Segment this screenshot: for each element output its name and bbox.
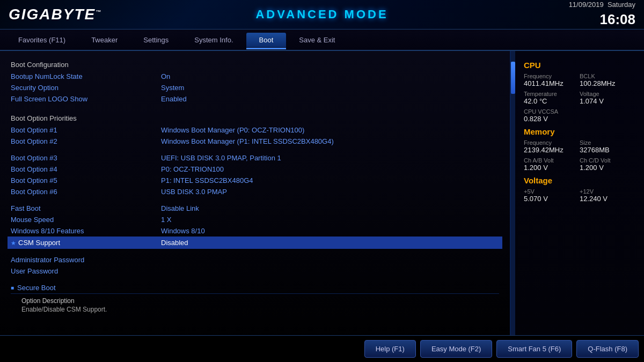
boot-option-3-row[interactable]: Boot Option #3 UEFI: USB DISK 3.0 PMAP, … bbox=[11, 152, 499, 164]
boot-option-4-label: Boot Option #4 bbox=[11, 165, 161, 173]
option-description-area: Option Description Enable/Disable CSM Su… bbox=[11, 293, 499, 316]
windows-features-row[interactable]: Windows 8/10 Features Windows 8/10 bbox=[11, 225, 499, 237]
fast-boot-value: Disable Link bbox=[161, 204, 499, 212]
user-password-row[interactable]: User Password bbox=[11, 265, 499, 277]
star-icon: ★ bbox=[11, 240, 16, 246]
boot-option-1-value: Windows Boot Manager (P0: OCZ-TRION100) bbox=[161, 126, 499, 134]
mem-row-1: Ch A/B Volt 1.200 V Ch C/D Volt 1.200 V bbox=[524, 157, 635, 172]
csm-support-row[interactable]: ★CSM Support Disabled bbox=[8, 237, 502, 249]
mem-chab-item: Ch A/B Volt 1.200 V bbox=[524, 157, 580, 172]
security-option-label: Security Option bbox=[11, 84, 161, 92]
boot-priorities-title: Boot Option Priorities bbox=[11, 114, 499, 122]
tab-sysinfo[interactable]: System Info. bbox=[181, 33, 246, 47]
mem-size-value: 32768MB bbox=[580, 146, 635, 154]
secure-boot-icon: ■ bbox=[11, 285, 14, 291]
boot-option-1-row[interactable]: Boot Option #1 Windows Boot Manager (P0:… bbox=[11, 124, 499, 136]
smart-fan-button[interactable]: Smart Fan 5 (F6) bbox=[496, 340, 572, 358]
fast-boot-label: Fast Boot bbox=[11, 204, 161, 212]
cpu-vccsa-value: 0.828 V bbox=[524, 115, 635, 123]
boot-option-3-label: Boot Option #3 bbox=[11, 154, 161, 162]
cpu-freq-item: Frequency 4011.41MHz bbox=[524, 73, 580, 87]
boot-option-5-label: Boot Option #5 bbox=[11, 176, 161, 184]
cpu-bclk-label: BCLK bbox=[580, 73, 635, 79]
full-screen-logo-value: Enabled bbox=[161, 95, 499, 103]
cpu-freq-label: Frequency bbox=[524, 73, 580, 79]
mouse-speed-label: Mouse Speed bbox=[11, 216, 161, 224]
mem-chcd-item: Ch C/D Volt 1.200 V bbox=[580, 157, 635, 172]
main-content: Boot Configuration Bootup NumLock State … bbox=[0, 51, 644, 335]
boot-option-6-value: USB DISK 3.0 PMAP bbox=[161, 188, 499, 196]
tab-saveexit[interactable]: Save & Exit bbox=[286, 33, 348, 47]
cpu-bclk-value: 100.28MHz bbox=[580, 79, 635, 87]
boot-option-4-value: P0: OCZ-TRION100 bbox=[161, 165, 499, 173]
cpu-temp-value: 42.0 °C bbox=[524, 97, 580, 105]
security-option-value: System bbox=[161, 84, 499, 92]
mem-chab-label: Ch A/B Volt bbox=[524, 157, 580, 164]
top-banner: GIGABYTE™ ADVANCED MODE 11/09/2019 Satur… bbox=[0, 0, 644, 29]
volt-5v-label: +5V bbox=[524, 188, 580, 195]
tab-favorites[interactable]: Favorites (F11) bbox=[5, 33, 78, 47]
cpu-temp-item: Temperature 42.0 °C bbox=[524, 91, 580, 105]
volt-12v-value: 12.240 V bbox=[580, 195, 635, 203]
admin-password-row[interactable]: Administrator Password bbox=[11, 254, 499, 265]
mem-chcd-label: Ch C/D Volt bbox=[580, 157, 635, 164]
date-line: 11/09/2019 Saturday bbox=[569, 0, 635, 10]
mem-chab-value: 1.200 V bbox=[524, 164, 580, 172]
boot-option-1-label: Boot Option #1 bbox=[11, 126, 161, 134]
secure-boot-label: Secure Boot bbox=[17, 284, 56, 292]
easy-mode-button[interactable]: Easy Mode (F2) bbox=[420, 340, 492, 358]
mem-freq-value: 2139.42MHz bbox=[524, 146, 580, 154]
cpu-row-2: CPU VCCSA 0.828 V bbox=[524, 108, 635, 123]
scrollbar[interactable] bbox=[511, 51, 515, 335]
full-screen-logo-label: Full Screen LOGO Show bbox=[11, 95, 161, 103]
cpu-volt-item: Voltage 1.074 V bbox=[580, 91, 635, 105]
windows-features-label: Windows 8/10 Features bbox=[11, 227, 161, 235]
mem-size-label: Size bbox=[580, 139, 635, 146]
cpu-vccsa-item: CPU VCCSA 0.828 V bbox=[524, 108, 635, 123]
boot-option-4-row[interactable]: Boot Option #4 P0: OCZ-TRION100 bbox=[11, 164, 499, 175]
bootup-numlock-label: Bootup NumLock State bbox=[11, 72, 161, 80]
volt-row-0: +5V 5.070 V +12V 12.240 V bbox=[524, 188, 635, 203]
right-panel: CPU Frequency 4011.41MHz BCLK 100.28MHz … bbox=[515, 51, 644, 335]
mem-size-item: Size 32768MB bbox=[580, 139, 635, 154]
boot-option-2-row[interactable]: Boot Option #2 Windows Boot Manager (P1:… bbox=[11, 136, 499, 147]
mouse-speed-value: 1 X bbox=[161, 216, 499, 224]
boot-config-title: Boot Configuration bbox=[11, 61, 499, 69]
logo: GIGABYTE™ bbox=[9, 6, 102, 23]
csm-support-value: Disabled bbox=[161, 239, 499, 247]
windows-features-value: Windows 8/10 bbox=[161, 227, 499, 235]
full-screen-logo-row[interactable]: Full Screen LOGO Show Enabled bbox=[11, 93, 499, 105]
bootup-numlock-row[interactable]: Bootup NumLock State On bbox=[11, 71, 499, 82]
tab-boot[interactable]: Boot bbox=[246, 33, 287, 47]
boot-option-6-row[interactable]: Boot Option #6 USB DISK 3.0 PMAP bbox=[11, 186, 499, 197]
fast-boot-row[interactable]: Fast Boot Disable Link bbox=[11, 203, 499, 214]
boot-option-5-value: P1: INTEL SSDSC2BX480G4 bbox=[161, 176, 499, 184]
cpu-volt-value: 1.074 V bbox=[580, 97, 635, 105]
mouse-speed-row[interactable]: Mouse Speed 1 X bbox=[11, 214, 499, 225]
boot-option-5-row[interactable]: Boot Option #5 P1: INTEL SSDSC2BX480G4 bbox=[11, 175, 499, 186]
datetime: 11/09/2019 Saturday 16:08 bbox=[569, 0, 635, 29]
cpu-volt-label: Voltage bbox=[580, 91, 635, 97]
scrollbar-thumb[interactable] bbox=[511, 62, 515, 94]
cpu-temp-label: Temperature bbox=[524, 91, 580, 97]
volt-12v-label: +12V bbox=[580, 188, 635, 195]
qflash-button[interactable]: Q-Flash (F8) bbox=[576, 340, 639, 358]
help-button[interactable]: Help (F1) bbox=[364, 340, 416, 358]
tab-tweaker[interactable]: Tweaker bbox=[78, 33, 130, 47]
volt-5v-value: 5.070 V bbox=[524, 195, 580, 203]
security-option-row[interactable]: Security Option System bbox=[11, 82, 499, 93]
cpu-freq-value: 4011.41MHz bbox=[524, 79, 580, 87]
mem-chcd-value: 1.200 V bbox=[580, 164, 635, 172]
csm-support-label: ★CSM Support bbox=[11, 239, 161, 247]
boot-option-6-label: Boot Option #6 bbox=[11, 188, 161, 196]
mem-freq-label: Frequency bbox=[524, 139, 580, 146]
mem-row-0: Frequency 2139.42MHz Size 32768MB bbox=[524, 139, 635, 154]
tab-settings[interactable]: Settings bbox=[130, 33, 181, 47]
cpu-bclk-item: BCLK 100.28MHz bbox=[580, 73, 635, 87]
option-desc-text: Enable/Disable CSM Support. bbox=[21, 306, 488, 313]
time-display: 16:08 bbox=[569, 10, 635, 29]
memory-section-title: Memory bbox=[524, 127, 635, 136]
boot-option-2-value: Windows Boot Manager (P1: INTEL SSDSC2BX… bbox=[161, 137, 499, 145]
secure-boot-row[interactable]: ■ Secure Boot bbox=[11, 282, 499, 293]
cpu-section-title: CPU bbox=[524, 61, 635, 70]
